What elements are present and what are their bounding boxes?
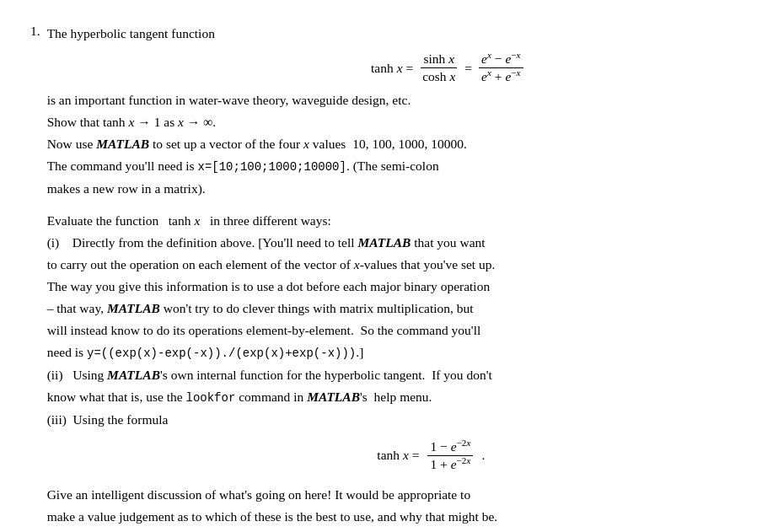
problem-number: 1. — [30, 24, 40, 527]
section2-ii-code: lookfor — [186, 391, 236, 405]
as-word: as — [164, 115, 174, 129]
line2: Show that tanh x → 1 as x → ∞. — [47, 112, 748, 132]
formula1-fraction1: sinh x cosh x — [420, 51, 458, 85]
section2-i: (i) Directly from the definition above. … — [47, 233, 748, 253]
section2-i-4: – that way, MATLAB won't try to do cleve… — [47, 298, 748, 319]
line4: The command you'll need is x=[10;100;100… — [47, 156, 748, 177]
formula1-lhs: tanh x = — [371, 61, 413, 76]
formula-1: tanh x = sinh x cosh x = ex − e−x ex + e… — [148, 51, 748, 85]
formula2-denom: 1 + e−2x — [427, 456, 473, 473]
section2-intro: Evaluate the function tanh x in three di… — [47, 211, 748, 231]
formula2-lhs: tanh x = — [377, 448, 419, 463]
formula1-fraction2: ex − e−x ex + e−x — [479, 51, 523, 85]
conclusion-1: Give an intelligent discussion of what's… — [47, 485, 748, 505]
formula1-numer2: ex − e−x — [479, 51, 523, 68]
section2-iii: (iii) Using the formula — [47, 410, 748, 430]
section2-ii-2: know what that is, use the lookfor comma… — [47, 387, 748, 408]
line4-code: x=[10;100;1000;10000] — [197, 160, 346, 174]
main-content: 1. The hyperbolic tangent function tanh … — [30, 24, 748, 527]
section2-i-3: The way you give this information is to … — [47, 277, 748, 297]
conclusion-2: make a value judgement as to which of th… — [47, 507, 748, 527]
line1-text: is an important function in water-wave t… — [47, 93, 411, 107]
formula2-dot: . — [481, 448, 485, 463]
formula1-equals: = — [464, 61, 472, 76]
formula-2: tanh x = 1 − e−2x 1 + e−2x . — [115, 438, 748, 473]
formula1-numer1: sinh x — [421, 51, 457, 68]
formula1-denom2: ex + e−x — [479, 68, 523, 85]
formula2-numer: 1 − e−2x — [427, 438, 473, 456]
problem-body: The hyperbolic tangent function tanh x =… — [47, 24, 748, 527]
formula1-denom1: cosh x — [420, 68, 458, 85]
section2-i-code: y=((exp(x)-exp(-x))./(exp(x)+exp(-x))) — [87, 347, 356, 360]
formula2-fraction: 1 − e−2x 1 + e−2x — [427, 438, 473, 473]
section2-i-6: need is y=((exp(x)-exp(-x))./(exp(x)+exp… — [47, 342, 748, 363]
line3: Now use MATLAB to set up a vector of the… — [47, 134, 748, 154]
line5: makes a new row in a matrix). — [47, 179, 748, 199]
problem-item: 1. The hyperbolic tangent function tanh … — [30, 24, 748, 527]
section2-ii: (ii) Using MATLAB's own internal functio… — [47, 365, 748, 385]
section2-i-5: will instead know to do its operations e… — [47, 320, 748, 341]
line1: is an important function in water-wave t… — [47, 90, 748, 110]
problem-title: The hyperbolic tangent function — [47, 24, 748, 44]
section2-i-2: to carry out the operation on each eleme… — [47, 255, 748, 275]
